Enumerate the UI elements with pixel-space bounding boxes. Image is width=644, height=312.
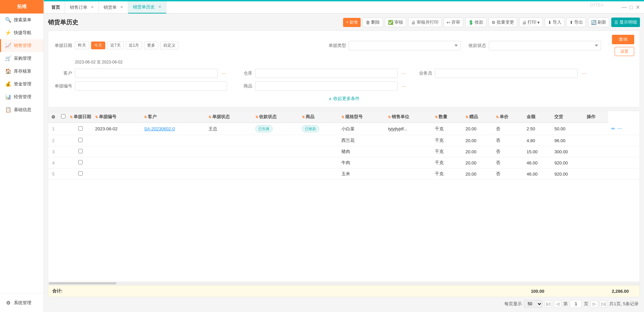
sidebar-item-purchase[interactable]: 🛒 采购管理 [0,52,44,65]
audit-print-button[interactable]: 🖨 审核并打印 [408,18,442,27]
select-all-checkbox[interactable] [61,114,65,119]
sidebar-item-search[interactable]: 🔍 搜索菜单 [0,14,44,26]
th-collect-status[interactable]: ⇅收款状态 [253,111,300,123]
sidebar-item-sales[interactable]: 📈 销售管理 [0,39,44,52]
collapse-button[interactable]: ∧ 收起更多条件 [54,94,634,103]
per-page-select[interactable]: 50 100 [524,300,542,308]
customer-more-icon[interactable]: ··· [220,71,227,76]
goods-more-icon[interactable]: ··· [400,83,407,89]
staff-input[interactable] [435,69,578,78]
gear-settings-icon[interactable]: ⚙ [51,114,55,120]
page-prev-btn[interactable]: ◁ [554,300,561,308]
row-num: 5 [48,168,58,180]
row-checkbox[interactable] [78,126,83,131]
th-price[interactable]: ⇅单价 [494,111,525,123]
sidebar-item-inventory[interactable]: 🏠 库存核算 [0,65,44,78]
th-date[interactable]: ⇅单据日期 [68,111,93,123]
page-last-btn[interactable]: ▷| [600,300,607,308]
row-checkbox[interactable] [78,160,83,164]
import-button[interactable]: ⬇ 导入 [545,18,564,27]
sidebar-item-quick[interactable]: ⚡ 快捷导航 [0,26,44,39]
tab-sales-order-close[interactable]: ✕ [91,5,94,9]
print-dropdown-icon: ▾ [537,20,540,25]
tab-sales-history-close[interactable]: ✕ [158,5,161,9]
doc-type-select[interactable] [349,41,461,50]
warehouse-input[interactable] [255,69,398,78]
minimize-icon[interactable]: — [621,4,627,10]
batch-change-button[interactable]: ⚙ 批量变更 [488,18,517,27]
table-row: 4牛肉千克20.00否46.00920.00 [48,157,640,168]
goods-input[interactable] [255,81,398,91]
page-number-input[interactable] [570,300,582,308]
import-icon: ⬇ [548,20,552,25]
audit-button[interactable]: ✅ 审核 [385,18,406,27]
print-button[interactable]: 🖨 打印 ▾ [519,18,543,27]
scroll-thumb[interactable] [49,282,116,284]
date-options: 昨天 今天 近7天 近1月 更多 自定义 [75,42,178,49]
page-title: 销货单历史 [48,18,78,26]
sidebar-item-quick-label: 快捷导航 [14,30,31,36]
new-button[interactable]: + 新增 [343,18,361,27]
th-unit[interactable]: ⇅销售单位 [386,111,433,123]
date-more-btn[interactable]: 更多 [144,42,158,49]
close-window-icon[interactable]: ✕ [636,4,640,10]
delete-button[interactable]: 🗑 删除 [363,18,383,27]
query-button[interactable]: 查询 [612,35,634,44]
filter-action-buttons: 查询 设置 [608,35,634,56]
docno-link[interactable]: SA-20230602-0 [144,126,175,131]
th-docno[interactable]: ⇅单据编号 [93,111,142,123]
date-1month-btn[interactable]: 近1月 [126,42,142,49]
refresh-button[interactable]: 🔄 刷新 [588,18,609,27]
tab-sales-order[interactable]: 销售订单 ✕ [65,1,99,14]
date-custom-btn[interactable]: 自定义 [160,42,178,49]
date-yesterday-btn[interactable]: 昨天 [75,42,89,49]
page-next-btn[interactable]: ▷ [590,300,598,308]
tab-sales-history[interactable]: 销货单历史 ✕ [128,1,166,14]
footer-total-qty: 100.00 [531,289,544,294]
tab-sales-delivery-close[interactable]: ✕ [120,5,123,9]
tab-sales-delivery[interactable]: 销货单 ✕ [99,1,128,14]
docno-label: 单据编号 [54,83,72,89]
date-today-btn[interactable]: 今天 [91,42,105,49]
maximize-icon[interactable]: □ [629,4,633,10]
page-first-btn[interactable]: |◁ [544,300,552,308]
more-icon[interactable]: ⋯ [617,126,622,131]
docno-input[interactable] [75,81,227,91]
abandon-button[interactable]: ↩ 弃审 [444,18,463,27]
tab-home[interactable]: 首页 [47,1,65,14]
page-suffix: 页 [584,301,588,307]
filter-settings-button[interactable]: 设置 [615,47,634,56]
collect-button[interactable]: 💲 收款 [465,18,486,27]
staff-more-icon[interactable]: ··· [580,71,587,76]
table-container: ⚙ ⇅单据日期 ⇅单据编号 ⇅客户 ⇅单据状态 ⇅收款状态 ⇅商品 ⇅规格型号 [48,111,640,297]
filter-row-1: 单据日期 昨天 今天 近7天 近1月 更多 自定义 单据类型 收款状态 [54,35,634,56]
row-checkbox[interactable] [78,149,83,153]
row-checkbox[interactable] [78,171,83,176]
th-goods[interactable]: ⇅商品 [300,111,339,123]
th-checkbox[interactable] [58,111,68,123]
edit-icon[interactable]: ✏ [611,126,615,131]
collect-icon: 💲 [468,20,474,25]
row-checkbox[interactable] [78,138,83,142]
export-button[interactable]: ⬆ 导出 [566,18,586,27]
sidebar-item-finance[interactable]: 💰 资金管理 [0,78,44,90]
sidebar: 拓维 🔍 搜索菜单 ⚡ 快捷导航 📈 销售管理 🛒 采购管理 🏠 库存核算 💰 … [0,0,44,312]
show-detail-button[interactable]: ☰ 显示明细 [611,18,640,27]
sidebar-item-basic[interactable]: 📋 基础信息 [0,103,44,116]
th-qty[interactable]: ⇅数量 [433,111,464,123]
warehouse-more-icon[interactable]: ··· [400,71,407,76]
th-spec[interactable]: ⇅规格型号 [339,111,386,123]
date-7days-btn[interactable]: 近7天 [107,42,124,49]
sidebar-item-basic-label: 基础信息 [14,107,31,113]
th-gift[interactable]: ⇅赠品 [464,111,494,123]
sidebar-item-operations[interactable]: 📊 经营管理 [0,90,44,103]
top-tabs: 首页 销售订单 ✕ 销货单 ✕ 销货单历史 ✕ OfTEn — □ ✕ [44,1,644,14]
tab-sales-history-label: 销货单历史 [133,4,155,10]
collect-status-select[interactable] [489,41,601,50]
customer-input[interactable] [75,69,218,78]
th-customer[interactable]: ⇅客户 [142,111,206,123]
sidebar-item-system[interactable]: ⚙ 系统管理 [0,296,44,309]
horizontal-scrollbar[interactable] [48,282,640,285]
th-doc-status[interactable]: ⇅单据状态 [206,111,253,123]
th-gear[interactable]: ⚙ [48,111,58,123]
